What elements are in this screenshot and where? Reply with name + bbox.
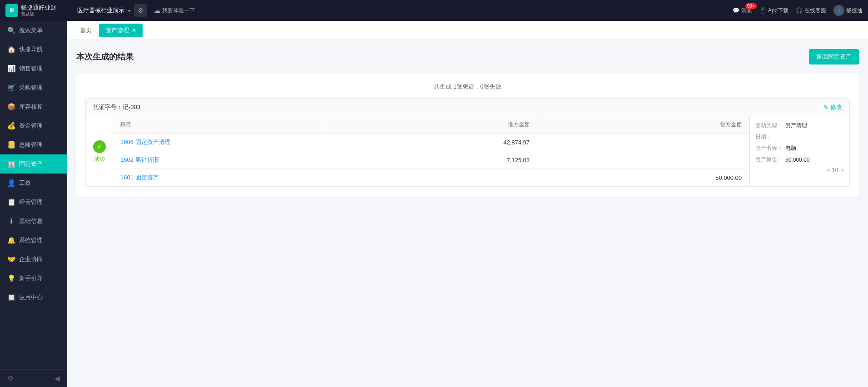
experience-button[interactable]: ☁ 我要体验一下 — [154, 7, 195, 15]
sidebar-item-label: 资金管理 — [19, 122, 43, 130]
th-debit: 借方金额 — [325, 116, 537, 133]
sidebar-item-operations[interactable]: 📋 经营管理 — [0, 193, 67, 212]
sidebar-item-ledger[interactable]: 📒 总账管理 — [0, 135, 67, 154]
purchase-icon: 🛒 — [7, 84, 15, 92]
sidebar-item-label: 基础信息 — [19, 217, 43, 225]
system-icon: 🔔 — [7, 236, 15, 244]
settings-icon[interactable]: ⚙ — [134, 4, 147, 17]
result-panel: 共生成 1张凭证，0张失败 凭证字号：记-003 ✎ 修改 — [76, 74, 859, 196]
tab-asset-management[interactable]: 资产管理 ✕ — [99, 24, 143, 37]
search-icon: 🔍 — [7, 26, 15, 35]
fixed-assets-icon: 🏢 — [7, 160, 15, 168]
sidebar-item-label: 固定资产 — [19, 160, 43, 168]
edit-label: 修改 — [830, 103, 842, 111]
success-column: ✓ 成功 — [86, 116, 113, 186]
voucher-section: 凭证字号：记-003 ✎ 修改 ✓ 成功 — [85, 98, 850, 187]
online-support-button[interactable]: 🎧 在线客服 — [796, 7, 826, 15]
sidebar-item-search[interactable]: 🔍 搜索菜单 — [0, 21, 67, 40]
message-icon: 💬 — [733, 7, 739, 14]
sidebar-item-sales[interactable]: 📊 销售管理 — [0, 59, 67, 78]
asset-original-value: 50,000.00 — [785, 157, 809, 163]
sidebar-scroll: 🔍 搜索菜单 🏠 快捷导航 📊 销售管理 🛒 采购管理 📦 库存核算 💰 — [0, 21, 67, 369]
tab-home[interactable]: 首页 — [74, 21, 97, 40]
tab-bar: 首页 资产管理 ✕ — [67, 21, 868, 40]
sidebar-item-finance[interactable]: 💰 资金管理 — [0, 116, 67, 135]
sidebar-item-enterprise[interactable]: 🤝 企业协同 — [0, 250, 67, 269]
td-debit-3 — [325, 173, 537, 182]
voucher-info-panel: 变动类型： 资产清理 日期： 资产名称： 电脑 — [749, 116, 849, 186]
sidebar-item-basic-info[interactable]: ℹ 基础信息 — [0, 212, 67, 231]
page-header: 本次生成的结果 返回固定资产 — [76, 49, 859, 64]
success-mark: ✓ 成功 — [86, 133, 113, 170]
tab-close-icon[interactable]: ✕ — [132, 27, 136, 34]
sidebar-item-label: 系统管理 — [19, 236, 43, 244]
sidebar-item-label: 新手引导 — [19, 274, 43, 283]
th-subject: 科目 — [113, 116, 325, 133]
gear-icon[interactable]: ⚙ — [7, 374, 13, 382]
result-summary: 共生成 1张凭证，0张失败 — [85, 83, 850, 91]
date-label: 日期： — [755, 133, 772, 141]
voucher-table: 科目 借方金额 贷方金额 1606 固定资产清理 42,874.97 — [113, 116, 749, 186]
payroll-icon: 👤 — [7, 179, 15, 187]
page-indicator: 1/1 — [832, 167, 841, 174]
collapse-icon[interactable]: ◀ — [55, 374, 60, 382]
table-row: 1601 固定资产 50,000.00 — [113, 169, 749, 186]
experience-label: 我要体验一下 — [162, 7, 195, 15]
sidebar-item-system[interactable]: 🔔 系统管理 — [0, 231, 67, 250]
td-debit-1: 42,874.97 — [325, 134, 537, 150]
sidebar-item-app-center[interactable]: 🔲 应用中心 — [0, 288, 67, 307]
sidebar-item-label: 企业协同 — [19, 255, 43, 263]
avatar: 👤 — [833, 5, 844, 16]
finance-icon: 💰 — [7, 122, 15, 130]
user-area[interactable]: 👤 畅捷通 — [833, 5, 863, 16]
logo-icon: 财 — [5, 4, 18, 17]
sidebar-item-quick-nav[interactable]: 🏠 快捷导航 — [0, 40, 67, 59]
info-change-type: 变动类型： 资产清理 — [755, 122, 844, 129]
sidebar-item-purchase[interactable]: 🛒 采购管理 — [0, 78, 67, 97]
table-header: 科目 借方金额 贷方金额 — [113, 116, 749, 134]
asset-name-label: 资产名称： — [755, 144, 783, 152]
subject-link-3[interactable]: 1601 固定资产 — [120, 174, 159, 181]
sidebar-item-label: 总账管理 — [19, 141, 43, 149]
enterprise-icon: 🤝 — [7, 255, 15, 263]
subject-link-1[interactable]: 1606 固定资产清理 — [120, 139, 171, 145]
prev-page-icon[interactable]: < — [827, 167, 830, 174]
app-download-button[interactable]: 📱 App下载 — [759, 7, 789, 15]
logo-area: 财 畅捷通好业财 普及版 — [5, 4, 73, 17]
page-content: 本次生成的结果 返回固定资产 共生成 1张凭证，0张失败 凭证字号：记-003 … — [67, 40, 868, 387]
sales-icon: 📊 — [7, 64, 15, 73]
sidebar-item-guide[interactable]: 💡 新手引导 — [0, 269, 67, 288]
change-type-label: 变动类型： — [755, 122, 783, 129]
voucher-body: ✓ 成功 科目 借方金额 贷方金额 — [86, 116, 849, 186]
asset-name-value: 电脑 — [785, 144, 796, 152]
tab-asset-label: 资产管理 — [105, 26, 129, 35]
table-row: 1602 累计折旧 7,125.03 — [113, 151, 749, 169]
sidebar-item-payroll[interactable]: 👤 工资 — [0, 174, 67, 193]
message-badge: 99+ — [745, 3, 757, 9]
subject-link-2[interactable]: 1602 累计折旧 — [120, 156, 159, 163]
td-subject-3: 1601 固定资产 — [113, 169, 325, 186]
top-header: 财 畅捷通好业财 普及版 医疗器械行业演示 ▾ ⚙ ☁ 我要体验一下 💬 消息 … — [0, 0, 868, 21]
online-support-label: 在线客服 — [804, 7, 826, 15]
sidebar-item-inventory[interactable]: 📦 库存核算 — [0, 97, 67, 116]
home-icon: 🏠 — [7, 45, 15, 54]
headset-icon: 🎧 — [796, 7, 803, 14]
header-center: 医疗器械行业演示 ▾ ⚙ ☁ 我要体验一下 — [73, 4, 733, 17]
return-fixed-assets-button[interactable]: 返回固定资产 — [809, 49, 859, 64]
app-center-icon: 🔲 — [7, 293, 15, 302]
next-page-icon[interactable]: > — [841, 167, 844, 174]
table-row: 1606 固定资产清理 42,874.97 — [113, 134, 749, 151]
success-text: 成功 — [94, 155, 105, 163]
chevron-down-icon[interactable]: ▾ — [128, 8, 130, 13]
edit-button[interactable]: ✎ 修改 — [823, 103, 842, 111]
sidebar-item-fixed-assets[interactable]: 🏢 固定资产 — [0, 154, 67, 174]
inventory-icon: 📦 — [7, 103, 15, 111]
header-right: 💬 消息 99+ 📱 App下载 🎧 在线客服 👤 畅捷通 — [733, 5, 863, 16]
tab-home-label: 首页 — [80, 26, 92, 35]
sidebar-item-label: 工资 — [19, 179, 31, 187]
sidebar-item-label: 应用中心 — [19, 293, 43, 302]
message-button[interactable]: 💬 消息 99+ — [733, 7, 752, 15]
sidebar-item-label: 采购管理 — [19, 84, 43, 92]
td-subject-1: 1606 固定资产清理 — [113, 134, 325, 151]
logo-main: 畅捷通好业财 — [21, 4, 56, 11]
